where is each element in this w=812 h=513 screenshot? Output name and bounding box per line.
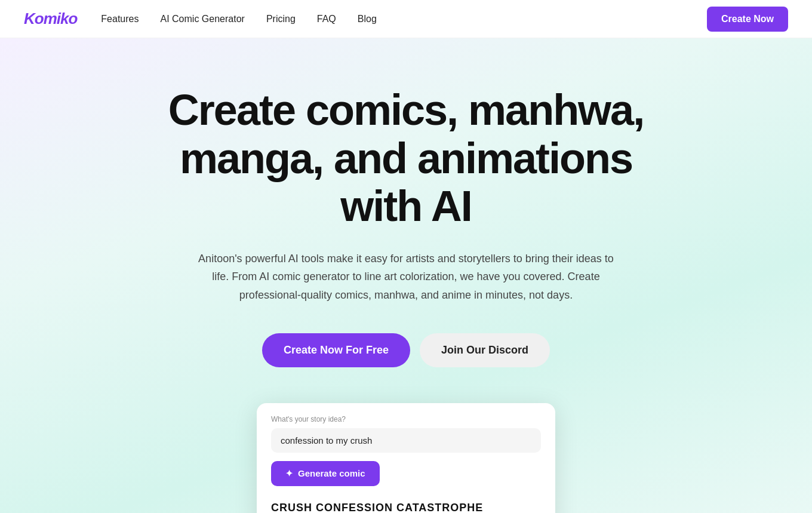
nav-create-now-button[interactable]: Create Now	[707, 7, 788, 32]
nav-item-pricing[interactable]: Pricing	[266, 14, 296, 24]
hero-buttons: Create Now For Free Join Our Discord	[262, 333, 550, 367]
navbar: Komiko Features AI Comic Generator Prici…	[0, 0, 812, 38]
logo[interactable]: Komiko	[24, 10, 77, 28]
hero-subtitle: Anitoon's powerful AI tools make it easy…	[197, 250, 615, 305]
nav-link-features[interactable]: Features	[101, 14, 139, 24]
demo-card-inner: What's your story idea? confession to my…	[257, 403, 555, 486]
demo-generate-label: Generate comic	[298, 468, 365, 478]
demo-input-value: confession to my crush	[271, 428, 541, 453]
hero-section: Create comics, manhwa, manga, and animat…	[0, 38, 812, 513]
hero-title: Create comics, manhwa, manga, and animat…	[167, 86, 645, 231]
logo-text: Komiko	[24, 10, 77, 28]
nav-link-blog[interactable]: Blog	[358, 14, 377, 24]
sparkle-icon: ✦	[285, 468, 293, 479]
nav-item-features[interactable]: Features	[101, 14, 139, 24]
nav-links: Features AI Comic Generator Pricing FAQ …	[101, 14, 707, 24]
create-now-free-button[interactable]: Create Now For Free	[262, 333, 410, 367]
demo-input-label: What's your story idea?	[271, 415, 541, 423]
nav-link-ai-comic[interactable]: AI Comic Generator	[160, 14, 244, 24]
demo-generate-button[interactable]: ✦ Generate comic	[271, 461, 380, 486]
demo-comic-title: CRUSH CONFESSION CATASTROPHE	[257, 496, 555, 513]
demo-card: What's your story idea? confession to my…	[257, 403, 555, 513]
nav-item-blog[interactable]: Blog	[358, 14, 377, 24]
nav-item-ai-comic[interactable]: AI Comic Generator	[160, 14, 244, 24]
nav-link-faq[interactable]: FAQ	[317, 14, 336, 24]
nav-link-pricing[interactable]: Pricing	[266, 14, 296, 24]
nav-item-faq[interactable]: FAQ	[317, 14, 336, 24]
join-discord-button[interactable]: Join Our Discord	[420, 333, 550, 367]
